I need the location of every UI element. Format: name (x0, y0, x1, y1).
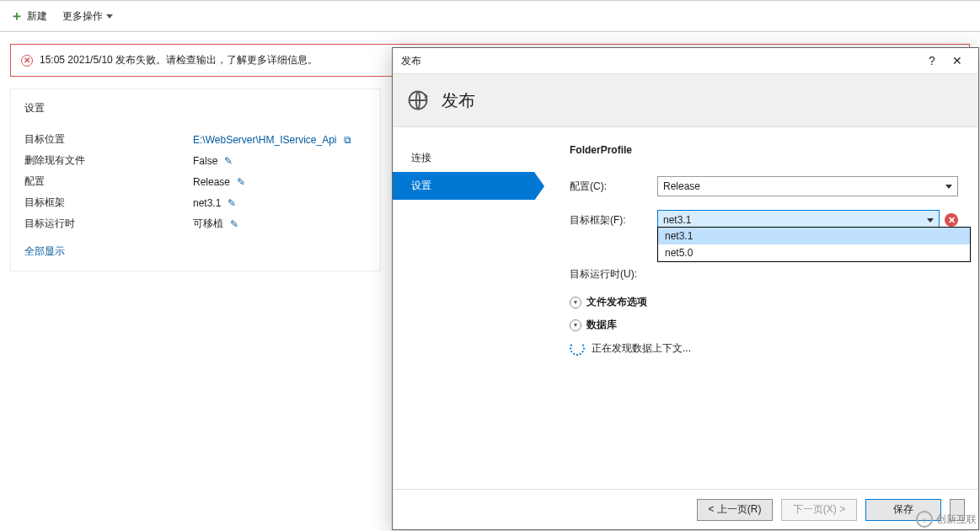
show-all-link[interactable]: 全部显示 (24, 244, 65, 259)
config-label: 配置(C): (570, 180, 657, 194)
error-text: 15:05 2021/5/10 发布失败。请检查输出，了解更多详细信息。 (40, 53, 318, 67)
discovering-text: 正在发现数据上下文... (592, 341, 691, 356)
target-runtime-value: 可移植 (193, 217, 223, 231)
row-delete-existing: 删除现有文件 False ✎ (24, 150, 367, 171)
error-icon: ✕ (21, 55, 33, 67)
new-label: 新建 (27, 9, 47, 24)
pencil-icon[interactable]: ✎ (237, 176, 245, 188)
next-button: 下一页(X) > (781, 499, 857, 521)
chevron-down-icon (945, 185, 952, 189)
dialog-sidebar: 连接 设置 (393, 127, 534, 489)
delete-existing-label: 删除现有文件 (24, 153, 193, 168)
dropdown-option-net31[interactable]: net3.1 (658, 228, 970, 244)
publish-dialog: 发布 ? ✕ 发布 连接 设置 FolderProfile 配置(C): Rel… (392, 47, 979, 530)
dialog-header-title: 发布 (442, 89, 475, 112)
spinner-icon (570, 341, 585, 356)
pencil-icon[interactable]: ✎ (230, 218, 238, 230)
chevron-down-icon: ▾ (570, 297, 581, 308)
row-config: 配置 Release ✎ (24, 171, 367, 192)
database-label: 数据库 (586, 318, 617, 332)
target-runtime-label: 目标运行时 (24, 217, 193, 231)
config-select[interactable]: Release (657, 176, 958, 196)
settings-panel: 设置 目标位置 E:\WebServer\HM_IService_Api ⧉ 删… (10, 88, 381, 271)
globe-icon (406, 88, 430, 112)
profile-name: FolderProfile (570, 144, 958, 156)
plus-icon: ＋ (10, 8, 24, 25)
watermark: ⟐ 创新互联 (916, 511, 977, 528)
dialog-form: FolderProfile 配置(C): Release 目标框架(F): ne… (534, 127, 978, 489)
dialog-body: 连接 设置 FolderProfile 配置(C): Release 目标框架(… (393, 127, 978, 489)
prev-button[interactable]: < 上一页(R) (697, 499, 773, 521)
discover-row: 正在发现数据上下文... (570, 341, 958, 356)
chevron-down-icon: ▾ (570, 319, 581, 331)
dialog-titlebar: 发布 ? ✕ (393, 48, 978, 73)
error-icon: ✕ (945, 213, 958, 227)
target-framework-dropdown: net3.1 net5.0 (657, 227, 971, 262)
row-target-location: 目标位置 E:\WebServer\HM_IService_Api ⧉ (24, 129, 367, 150)
watermark-icon: ⟐ (916, 511, 933, 528)
config-value: Release (193, 176, 230, 188)
dialog-title: 发布 (401, 54, 919, 68)
form-row-config: 配置(C): Release (570, 176, 958, 196)
sidebar-item-settings[interactable]: 设置 (393, 172, 534, 200)
sidebar-item-connect[interactable]: 连接 (393, 144, 534, 172)
close-button[interactable]: ✕ (945, 54, 970, 67)
chevron-down-icon (106, 14, 113, 19)
row-target-runtime: 目标运行时 可移植 ✎ (24, 213, 367, 234)
expander-database[interactable]: ▾ 数据库 (570, 318, 958, 332)
target-framework-label: 目标框架 (24, 196, 193, 210)
config-label: 配置 (24, 174, 193, 189)
target-framework-value: net3.1 (193, 197, 221, 209)
form-row-target-runtime: 目标运行时(U): (570, 267, 958, 282)
new-button[interactable]: ＋ 新建 (10, 8, 47, 25)
file-publish-label: 文件发布选项 (586, 295, 647, 309)
delete-existing-value: False (193, 155, 217, 167)
pencil-icon[interactable]: ✎ (228, 197, 236, 209)
top-toolbar: ＋ 新建 更多操作 (0, 0, 980, 32)
more-actions-button[interactable]: 更多操作 (62, 9, 113, 24)
target-framework-label: 目标框架(F): (570, 213, 657, 228)
watermark-text: 创新互联 (936, 512, 977, 527)
help-button[interactable]: ? (919, 54, 945, 67)
dropdown-option-net50[interactable]: net5.0 (658, 244, 970, 261)
row-target-framework: 目标框架 net3.1 ✎ (24, 192, 367, 213)
chevron-down-icon (927, 218, 934, 223)
dialog-header: 发布 (393, 73, 978, 127)
expander-file-publish[interactable]: ▾ 文件发布选项 (570, 295, 958, 309)
pencil-icon[interactable]: ✎ (224, 155, 233, 167)
target-runtime-label: 目标运行时(U): (570, 267, 657, 282)
target-location-label: 目标位置 (24, 132, 193, 147)
dialog-footer: < 上一页(R) 下一页(X) > 保存 (393, 489, 978, 529)
target-location-link[interactable]: E:\WebServer\HM_IService_Api (193, 134, 337, 146)
copy-icon[interactable]: ⧉ (344, 134, 351, 146)
settings-title: 设置 (24, 101, 367, 115)
config-select-value: Release (663, 180, 700, 192)
more-actions-label: 更多操作 (62, 9, 103, 24)
target-framework-select-value: net3.1 (663, 214, 691, 226)
